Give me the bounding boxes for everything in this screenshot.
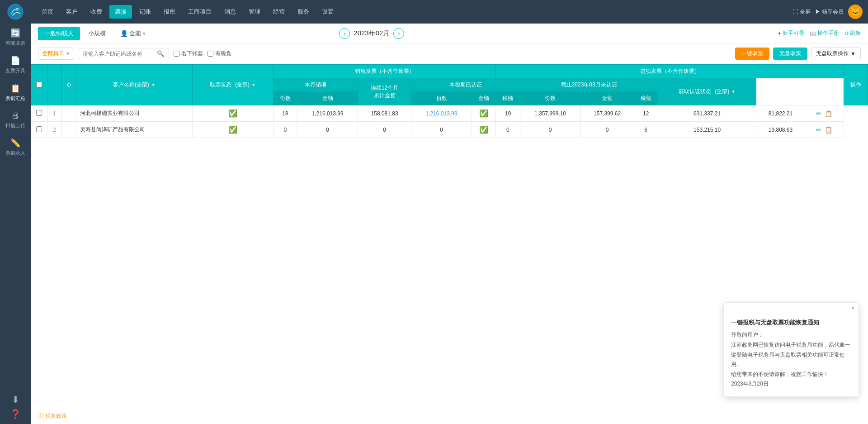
invoice-issue-icon: 📄 xyxy=(10,56,20,66)
notification-header: × xyxy=(724,303,859,314)
nav-business[interactable]: 工商项目 xyxy=(183,5,217,19)
nav-message[interactable]: 消息 xyxy=(219,5,241,19)
nav-collection[interactable]: 收费 xyxy=(85,5,108,19)
notification-title: 一键报税与无盘取票功能恢复通知 xyxy=(731,317,851,328)
next-month-button[interactable]: › xyxy=(393,28,404,39)
filter-bar: 全部员工 ▼ 🔍 名下账套 有税盘 一键取票 无盘取票 无盘取票操作 ▼ xyxy=(31,43,868,64)
fullscreen-icon: ⛶ xyxy=(793,9,798,15)
sidebar-bottom: ⬇ ❓ xyxy=(10,394,21,424)
nav-operation[interactable]: 经营 xyxy=(268,5,290,19)
edit-icon[interactable]: ✏ xyxy=(816,110,821,117)
th-purchase-group: 进项发票（不含作废票） xyxy=(496,65,844,78)
row-fetch-status: ✅ xyxy=(192,105,273,122)
row-cert-status: ✅ xyxy=(472,105,496,122)
invoice-table: ⚙ 客户名称(全部) ▼ 取票状态(全部) ▼ xyxy=(31,64,868,138)
th-cumulative: 连续12个月累计金额 xyxy=(358,78,411,105)
no-disk-more-button[interactable]: 无盘取票操作 ▼ xyxy=(811,47,861,60)
notification-apology: 给您带来的不便请谅解，祝您工作愉快！ xyxy=(731,370,851,380)
one-click-fetch-button[interactable]: 一键取票 xyxy=(735,48,769,60)
new-guide-button[interactable]: ✦ 新手引导 xyxy=(777,29,804,37)
row-sales-amount: 0 xyxy=(297,122,358,138)
row-customer-name: 河北柯搂樾实业有限公司 xyxy=(76,105,193,122)
row-uncert-amount: 153,215.10 xyxy=(658,122,756,138)
sidebar-item-data-entry[interactable]: ✏️ 票据录入 xyxy=(0,133,31,161)
notification-close-button[interactable]: × xyxy=(851,305,855,312)
th-fetch-status: 取票状态(全部) ▼ xyxy=(192,65,273,105)
search-button[interactable]: 🔍 xyxy=(157,50,165,57)
nav-accounting[interactable]: 记账 xyxy=(134,5,156,19)
star-icon: ✦ xyxy=(777,30,782,37)
no-disk-fetch-button[interactable]: 无盘取票 xyxy=(773,48,807,60)
row-num: 1 xyxy=(47,105,62,122)
employee-select[interactable]: 全部员工 ▼ xyxy=(38,48,74,60)
nav-settings[interactable]: 设置 xyxy=(316,5,339,19)
invoice-summary-icon: 📋 xyxy=(10,83,20,93)
row-purchase-tax: 157,399.62 xyxy=(580,105,634,122)
sidebar-item-scan-upload[interactable]: 🖨 扫描上传 xyxy=(0,106,31,133)
th-current-certified: 本税期已认证 xyxy=(411,78,520,92)
sidebar-item-invoice-issue[interactable]: 📄 发票开具 xyxy=(0,51,31,79)
tab-small[interactable]: 小规模 xyxy=(82,27,112,40)
row-purchase-count: 0 xyxy=(496,122,520,138)
customer-filter-icon[interactable]: ▼ xyxy=(151,82,156,87)
top-navigation: 首页 客户 收费 票据 记账 报税 工商项目 消息 管理 经营 服务 设置 ⛶ … xyxy=(31,0,868,24)
row-cumulative: 0 xyxy=(411,122,472,138)
th-sales-group: 销项发票（不含作废票） xyxy=(273,65,496,78)
detail-icon[interactable]: 📋 xyxy=(825,126,832,133)
refresh-button[interactable]: ↺ 刷新 xyxy=(844,29,861,37)
download-icon[interactable]: ⬇ xyxy=(12,394,19,405)
sidebar-logo xyxy=(0,0,31,24)
cert-status-filter-icon[interactable]: ▼ xyxy=(731,89,736,94)
dropdown-icon: ▼ xyxy=(850,51,856,57)
tab-all[interactable]: 👤 全能 ∨ xyxy=(114,27,152,40)
row-sales-count: 18 xyxy=(273,105,297,122)
chevron-down-icon: ∨ xyxy=(142,31,146,36)
scan-upload-icon: 🖨 xyxy=(11,111,19,120)
sidebar-item-invoice-summary[interactable]: 📋 票据汇总 xyxy=(0,79,31,106)
prev-month-button[interactable]: ‹ xyxy=(339,28,350,39)
row-uncert-count: 12 xyxy=(634,105,658,122)
has-disk-checkbox[interactable]: 有税盘 xyxy=(208,50,231,57)
member-button[interactable]: ▶ 畅享会员 xyxy=(815,8,844,16)
data-entry-icon: ✏️ xyxy=(10,138,20,148)
fullscreen-button[interactable]: ⛶ 全屏 xyxy=(793,8,810,16)
row-action: ✏ 📋 xyxy=(805,105,844,122)
nav-home[interactable]: 首页 xyxy=(36,5,59,19)
status-bar[interactable]: ⓘ 税务政策 xyxy=(31,408,868,424)
nav-management[interactable]: 管理 xyxy=(243,5,266,19)
avatar[interactable]: 🐱 xyxy=(848,5,863,19)
nav-customer[interactable]: 客户 xyxy=(61,5,83,19)
sidebar-item-smart-fetch[interactable]: 🔄 智能取票 xyxy=(0,24,31,51)
book-icon: 📖 xyxy=(810,30,816,37)
table-row: 2 灵寿县尚泽矿产品有限公司 ✅ 0 0 0 0 ✅ 0 0 0 6 153,2… xyxy=(31,122,868,138)
row-uncert-count: 6 xyxy=(634,122,658,138)
th-sales-amount: 金额 xyxy=(297,92,358,105)
tab-general[interactable]: 一般纳税人 xyxy=(38,27,80,40)
help-icon[interactable]: ❓ xyxy=(10,409,21,419)
th-uncert-count: 份数 xyxy=(520,92,580,105)
th-purchase-tax: 税额 xyxy=(496,92,520,105)
nav-tax[interactable]: 报税 xyxy=(158,5,181,19)
nav-invoice[interactable]: 票据 xyxy=(109,5,132,19)
row-checkbox[interactable] xyxy=(31,105,47,122)
th-num xyxy=(47,65,62,105)
under-account-checkbox[interactable]: 名下账套 xyxy=(174,50,203,57)
status-icon: ⓘ xyxy=(38,412,43,420)
row-purchase-tax: 0 xyxy=(580,122,634,138)
row-num: 2 xyxy=(47,122,62,138)
row-settings xyxy=(62,105,76,122)
row-checkbox[interactable] xyxy=(31,122,47,138)
row-cert-status: ✅ xyxy=(472,122,496,138)
search-input[interactable] xyxy=(83,51,155,57)
detail-icon[interactable]: 📋 xyxy=(825,110,832,117)
nav-service[interactable]: 服务 xyxy=(292,5,315,19)
th-checkbox xyxy=(31,65,47,105)
select-all-checkbox[interactable] xyxy=(36,81,42,87)
fetch-status-filter-icon[interactable]: ▼ xyxy=(251,82,256,87)
table-row: 1 河北柯搂樾实业有限公司 ✅ 18 1,216,013.99 158,081.… xyxy=(31,105,868,122)
row-settings xyxy=(62,122,76,138)
th-monthly-sales: 本月销项 xyxy=(273,78,358,92)
manual-button[interactable]: 📖 操作手册 xyxy=(810,29,839,37)
edit-icon[interactable]: ✏ xyxy=(816,126,821,133)
refresh-icon: ↺ xyxy=(844,30,849,37)
